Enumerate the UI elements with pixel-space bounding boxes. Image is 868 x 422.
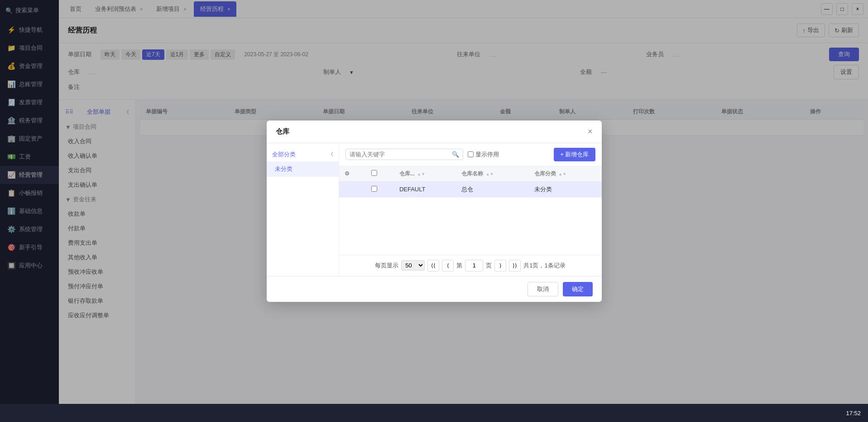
modal-footer: 取消 确定 [267,276,602,302]
sort-arrows-name: ▲▼ [486,172,494,176]
modal-search-input[interactable] [350,151,452,158]
modal-prev-page-btn[interactable]: ⟨ [442,260,454,272]
modal-left-collapse-icon[interactable]: 《 [328,151,333,158]
modal-body: 全部分类 《 未分类 🔍 显示停用 + 新增仓库 [267,143,602,276]
table-row[interactable]: DEFAULT 总仓 未分类 [339,181,602,197]
add-warehouse-button[interactable]: + 新增仓库 [554,148,595,161]
modal-left-panel: 全部分类 《 未分类 [267,143,339,276]
col-settings-icon: ⚙ [345,170,350,177]
row-warehouse-code: DEFAULT [394,181,456,197]
modal-per-page-label: 每页显示 [375,262,398,270]
col-warehouse-name-label: 仓库名称 [461,170,483,177]
modal-last-page-btn[interactable]: ⟩⟩ [509,260,521,272]
modal-per-page-select[interactable]: 50 10 20 100 [401,260,425,271]
add-warehouse-label: + 新增仓库 [560,150,589,159]
modal-pagination: 每页显示 50 10 20 100 ⟨⟨ ⟨ 第 页 ⟩ ⟩⟩ 共1页，1条记录 [339,255,602,276]
show-disabled-label: 显示停用 [468,150,499,159]
modal-left-all-label: 全部分类 [272,150,296,159]
col-settings: ⚙ [339,166,366,182]
modal-header: 仓库 × [267,121,602,143]
col-warehouse-category: 仓库分类 ▲▼ [529,166,602,182]
col-warehouse-name: 仓库名称 ▲▼ [456,166,529,182]
row-select-checkbox[interactable] [371,186,377,192]
cancel-button[interactable]: 取消 [528,282,558,296]
modal-table-header: ⚙ 仓库... ▲▼ 仓库名称 ▲▼ [339,166,602,182]
select-all-checkbox[interactable] [371,170,377,176]
modal-left-item-label: 未分类 [275,165,293,172]
modal-right-panel: 🔍 显示停用 + 新增仓库 ⚙ [339,143,602,276]
modal-page-label: 第 [456,262,462,270]
row-warehouse-name: 总仓 [456,181,529,197]
col-warehouse-code-label: 仓库... [399,170,415,177]
col-checkbox [366,166,394,182]
modal-left-header: 全部分类 《 [267,148,339,161]
modal-close-button[interactable]: × [588,127,593,136]
warehouse-table: ⚙ 仓库... ▲▼ 仓库名称 ▲▼ [339,166,602,198]
row-checkbox [366,181,394,197]
col-warehouse-category-label: 仓库分类 [534,170,556,177]
modal-total-info: 共1页，1条记录 [523,262,565,270]
modal-next-page-btn[interactable]: ⟩ [494,260,506,272]
show-disabled-checkbox[interactable] [468,151,474,157]
modal-toolbar: 🔍 显示停用 + 新增仓库 [339,143,602,166]
confirm-button[interactable]: 确定 [563,282,593,296]
col-warehouse-code: 仓库... ▲▼ [394,166,456,182]
warehouse-modal: 仓库 × 全部分类 《 未分类 🔍 显示停用 [267,121,602,302]
modal-first-page-btn[interactable]: ⟨⟨ [427,260,439,272]
row-warehouse-category: 未分类 [529,181,602,197]
modal-title: 仓库 [276,127,289,136]
modal-left-item-uncategorized[interactable]: 未分类 [267,161,339,177]
sort-arrows-code: ▲▼ [417,172,425,176]
modal-page-suffix: 页 [486,262,492,270]
modal-search-box: 🔍 [345,149,463,160]
modal-search-icon: 🔍 [452,151,459,158]
modal-page-input[interactable] [465,260,483,272]
row-settings [339,181,366,197]
sort-arrows-category: ▲▼ [558,172,566,176]
show-disabled-text: 显示停用 [475,150,499,159]
taskbar: 17:52 [0,404,868,422]
taskbar-time: 17:52 [846,410,861,417]
modal-table: ⚙ 仓库... ▲▼ 仓库名称 ▲▼ [339,166,602,255]
